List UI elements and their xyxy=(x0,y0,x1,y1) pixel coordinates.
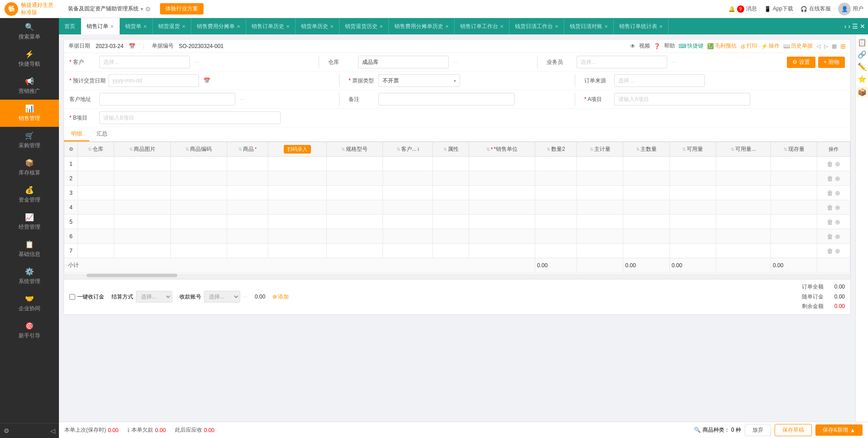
row-unit-5[interactable] xyxy=(469,215,535,229)
shortcut-btn[interactable]: ⌨ 快捷键 xyxy=(679,42,703,50)
row-avail2-5[interactable] xyxy=(716,215,771,229)
row-avail-3[interactable] xyxy=(669,186,716,200)
sidebar-item-marketing[interactable]: 📢 营销推广 xyxy=(0,72,59,100)
customer-input[interactable]: 选择... xyxy=(99,56,190,68)
add-item-btn[interactable]: ⊕ 添加 xyxy=(272,293,289,301)
delete-icon[interactable]: 🗑 xyxy=(827,189,833,197)
save-draft-button[interactable]: 保存草稿 xyxy=(775,424,812,436)
row-attr-3[interactable] xyxy=(433,186,469,200)
quick-order-checkbox[interactable]: 一键收订金 xyxy=(69,293,104,301)
copy-icon[interactable]: ⊕ xyxy=(835,247,840,255)
tab-close-icon-2[interactable]: ✕ xyxy=(143,24,147,29)
row-product-5[interactable] xyxy=(227,215,268,229)
copy-icon[interactable]: ⊕ xyxy=(835,233,840,240)
collapse-icon[interactable]: ◁ xyxy=(50,427,55,434)
date-value[interactable]: 2023-03-24 xyxy=(96,43,123,49)
float-icon-3[interactable]: ✏️ xyxy=(858,63,867,71)
tab-prev-icon[interactable]: ‹ xyxy=(844,23,847,30)
row-stock-5[interactable] xyxy=(771,215,817,229)
tab-close-icon-7[interactable]: ✕ xyxy=(379,24,383,29)
tab-close-icon-5[interactable]: ✕ xyxy=(286,24,290,29)
chevron-down-icon[interactable]: ▾ xyxy=(141,6,143,12)
customer-more-icon[interactable]: ··· xyxy=(194,59,199,65)
row-avail-6[interactable] xyxy=(669,229,716,244)
row-product-2[interactable] xyxy=(227,171,268,186)
attach-btn[interactable]: + 附物 xyxy=(818,57,845,68)
row-qty2-4[interactable] xyxy=(535,200,577,215)
row-avail2-6[interactable] xyxy=(716,229,771,244)
row-avail2-4[interactable] xyxy=(716,200,771,215)
messages-item[interactable]: 🔔 9 消息 xyxy=(728,5,757,13)
view-icon[interactable]: 👁 xyxy=(630,43,635,49)
tab-close-icon-6[interactable]: ✕ xyxy=(330,24,334,29)
row-avail-5[interactable] xyxy=(669,215,716,229)
settings-icon[interactable]: ⚙ xyxy=(4,427,10,434)
row-avail2-1[interactable] xyxy=(716,157,771,171)
sidebar-item-sales[interactable]: 📊 销售管理 xyxy=(0,100,59,127)
discard-button[interactable]: 放弃 xyxy=(745,424,771,436)
copy-icon[interactable]: ⊕ xyxy=(835,189,840,197)
row-unit-4[interactable] xyxy=(469,200,535,215)
tab-fee-history[interactable]: 销售费用分摊单历史 ✕ xyxy=(389,18,455,34)
calendar2-icon[interactable]: 📅 xyxy=(204,77,210,84)
row-avail2-7[interactable] xyxy=(716,244,771,258)
warehouse-more-icon[interactable]: ··· xyxy=(453,59,458,65)
row-code-3[interactable] xyxy=(170,186,227,200)
row-product-1[interactable] xyxy=(227,157,268,171)
tab-sales-bill[interactable]: 销货单 ✕ xyxy=(120,18,153,34)
row-qty2-1[interactable] xyxy=(535,157,577,171)
row-custcode-2[interactable] xyxy=(383,171,433,186)
row-spec-5[interactable] xyxy=(326,215,383,229)
row-code-2[interactable] xyxy=(170,171,227,186)
sidebar-item-enterprise[interactable]: 🤝 企业协同 xyxy=(0,290,59,317)
row-custcode-4[interactable] xyxy=(383,200,433,215)
row-unit-2[interactable] xyxy=(469,171,535,186)
row-warehouse-5[interactable] xyxy=(78,215,114,229)
row-mainunit-6[interactable] xyxy=(577,229,623,244)
scan-button[interactable]: 扫码录入 xyxy=(284,145,311,154)
operation-btn[interactable]: ⚡ 操作 xyxy=(761,42,780,50)
address-more-icon[interactable]: ··· xyxy=(240,96,244,102)
staff-more-icon[interactable]: ··· xyxy=(672,59,676,65)
tab-next-icon[interactable]: › xyxy=(848,23,850,30)
tab-close-icon-12[interactable]: ✕ xyxy=(659,24,663,29)
settings-btn[interactable]: ⚙ 设置 xyxy=(787,57,815,68)
user-item[interactable]: 👤 用户 xyxy=(838,3,863,15)
row-custcode-5[interactable] xyxy=(383,215,433,229)
payment-select[interactable]: 选择... xyxy=(136,291,172,303)
row-mainqty-5[interactable] xyxy=(623,215,669,229)
row-qty2-5[interactable] xyxy=(535,215,577,229)
row-mainqty-1[interactable] xyxy=(623,157,669,171)
copy-icon[interactable]: ⊕ xyxy=(835,204,840,211)
row-image-4[interactable] xyxy=(114,200,170,215)
float-icon-4[interactable]: ⭐ xyxy=(858,75,867,83)
gear-icon[interactable]: ⚙ xyxy=(145,5,151,13)
tab-close-icon-3[interactable]: ✕ xyxy=(182,24,185,29)
row-spec-7[interactable] xyxy=(326,244,383,258)
row-avail-4[interactable] xyxy=(669,200,716,215)
row-qty2-3[interactable] xyxy=(535,186,577,200)
th-settings[interactable]: ⚙ xyxy=(64,142,78,157)
delete-icon[interactable]: 🗑 xyxy=(827,233,833,240)
row-warehouse-7[interactable] xyxy=(78,244,114,258)
tab-fee-split[interactable]: 销售费用分摊单 ✕ xyxy=(191,18,246,34)
row-image-6[interactable] xyxy=(114,229,170,244)
row-spec-1[interactable] xyxy=(326,157,383,171)
fullscreen-icon[interactable]: ⊞ xyxy=(840,43,846,50)
view-label[interactable]: 视频 xyxy=(639,42,650,50)
invoice-select[interactable]: 不开票 ▾ xyxy=(378,74,460,87)
row-code-4[interactable] xyxy=(170,200,227,215)
row-custcode-6[interactable] xyxy=(383,229,433,244)
row-mainunit-1[interactable] xyxy=(577,157,623,171)
tab-more-icon[interactable]: ☰ xyxy=(852,23,858,30)
row-attr-7[interactable] xyxy=(433,244,469,258)
row-attr-2[interactable] xyxy=(433,171,469,186)
bank-select[interactable]: 选择... xyxy=(204,291,240,303)
row-qty2-7[interactable] xyxy=(535,244,577,258)
tab-close-icon-8[interactable]: ✕ xyxy=(445,24,449,29)
row-attr-6[interactable] xyxy=(433,229,469,244)
float-icon-1[interactable]: 📋 xyxy=(858,38,867,47)
row-avail-7[interactable] xyxy=(669,244,716,258)
order-source-input[interactable]: 选择... xyxy=(614,74,705,87)
row-spec-6[interactable] xyxy=(326,229,383,244)
